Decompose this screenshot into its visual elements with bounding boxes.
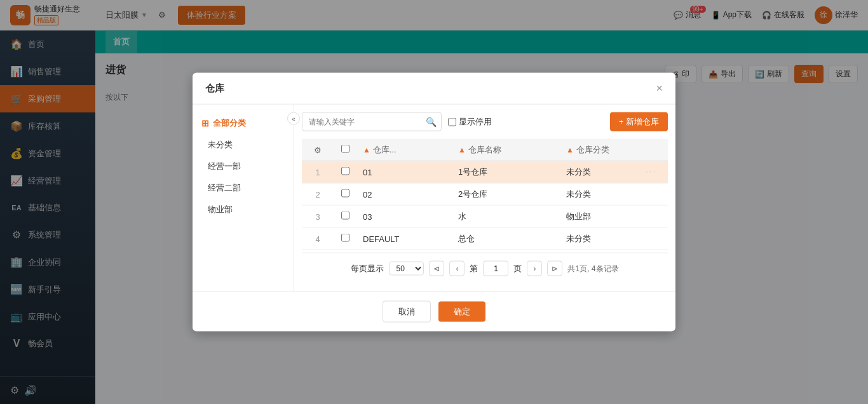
row-category: 物业部 xyxy=(560,205,668,227)
prev-page-button[interactable]: ‹ xyxy=(449,261,465,276)
header-row: ⚙ ▲ 仓库... ▲ xyxy=(302,139,668,161)
search-input[interactable] xyxy=(302,112,442,131)
row-name: 总仓 xyxy=(452,227,560,250)
row-no: 2 xyxy=(302,183,334,205)
modal-close-button[interactable]: × xyxy=(656,82,663,95)
category-item-property[interactable]: 物业部 xyxy=(193,199,294,220)
per-page-select[interactable]: 50 100 200 xyxy=(389,262,424,276)
content-panel: 🔍 显示停用 + 新增仓库 ⚙ xyxy=(294,105,675,292)
table-row[interactable]: 1 01 1号仓库 未分类 ··· xyxy=(302,161,668,183)
modal-body: ⊞ 全部分类 « 未分类 经营一部 经营二部 物业部 🔍 显示停用 xyxy=(193,105,675,292)
prev-page-icon: ‹ xyxy=(456,264,458,273)
search-input-wrap: 🔍 xyxy=(302,112,442,131)
col-header-category: ▲ 仓库分类 xyxy=(560,139,668,161)
modal-footer: 取消 确定 xyxy=(193,292,675,332)
select-all-checkbox[interactable] xyxy=(341,145,349,153)
next-page-icon: › xyxy=(533,264,536,273)
col-header-name: ▲ 仓库名称 xyxy=(452,139,560,161)
show-disabled-checkbox[interactable]: 显示停用 xyxy=(448,116,492,128)
warehouse-table: ⚙ ▲ 仓库... ▲ xyxy=(302,139,668,250)
last-page-button[interactable]: ⊳ xyxy=(547,261,562,276)
search-bar: 🔍 显示停用 + 新增仓库 xyxy=(302,112,668,131)
row-category: 未分类 xyxy=(560,183,668,205)
modal-title: 仓库 xyxy=(205,83,224,95)
row-category: 未分类 ··· xyxy=(560,161,668,183)
row-check[interactable] xyxy=(334,227,356,250)
row-check[interactable] xyxy=(334,205,356,227)
col-header-code: ▲ 仓库... xyxy=(356,139,452,161)
row-code: 03 xyxy=(356,205,452,227)
row-name: 水 xyxy=(452,205,560,227)
col-header-check xyxy=(334,139,356,161)
row-actions[interactable]: ··· xyxy=(646,166,656,176)
cancel-button[interactable]: 取消 xyxy=(383,301,431,323)
category-item-dept1[interactable]: 经营一部 xyxy=(193,156,294,177)
col-header-settings: ⚙ xyxy=(302,139,334,161)
page-label: 第 xyxy=(470,263,478,274)
sort-cat-icon: ▲ xyxy=(566,145,574,154)
row-code: DEFAULT xyxy=(356,227,452,250)
grid-icon: ⊞ xyxy=(201,118,209,128)
category-item-unclassified[interactable]: 未分类 xyxy=(193,134,294,156)
modal-header: 仓库 × xyxy=(193,73,675,105)
row-no: 3 xyxy=(302,205,334,227)
add-warehouse-button[interactable]: + 新增仓库 xyxy=(610,112,668,131)
last-page-icon: ⊳ xyxy=(552,264,558,273)
row-code: 01 xyxy=(356,161,452,183)
first-page-icon: ⊲ xyxy=(433,264,440,273)
show-disabled-input[interactable] xyxy=(448,118,456,126)
collapse-panel-button[interactable]: « xyxy=(287,112,300,125)
warehouse-modal: 仓库 × ⊞ 全部分类 « 未分类 经营一部 经营二部 物业部 🔍 xyxy=(193,73,675,332)
table-row[interactable]: 2 02 2号仓库 未分类 xyxy=(302,183,668,205)
settings-col-icon[interactable]: ⚙ xyxy=(314,145,322,154)
row-check[interactable] xyxy=(334,183,356,205)
collapse-icon: « xyxy=(292,115,295,122)
category-panel: ⊞ 全部分类 « 未分类 经营一部 经营二部 物业部 xyxy=(193,105,294,292)
all-categories-button[interactable]: ⊞ 全部分类 xyxy=(193,112,294,134)
sort-code-icon: ▲ xyxy=(363,145,370,154)
show-disabled-label: 显示停用 xyxy=(459,116,492,128)
search-icon[interactable]: 🔍 xyxy=(426,117,437,127)
row-name: 1号仓库 xyxy=(452,161,560,183)
page-unit: 页 xyxy=(513,263,522,274)
per-page-label: 每页显示 xyxy=(351,263,384,274)
pagination: 每页显示 50 100 200 ⊲ ‹ 第 页 › xyxy=(302,253,668,284)
total-info: 共1页, 4条记录 xyxy=(567,263,618,274)
next-page-button[interactable]: › xyxy=(527,261,542,276)
all-categories-label: 全部分类 xyxy=(213,118,246,129)
category-item-dept2[interactable]: 经营二部 xyxy=(193,177,294,199)
row-check[interactable] xyxy=(334,161,356,183)
first-page-button[interactable]: ⊲ xyxy=(429,261,444,276)
table-body: 1 01 1号仓库 未分类 ··· 2 02 2号仓库 xyxy=(302,161,668,250)
confirm-button[interactable]: 确定 xyxy=(438,302,485,322)
row-name: 2号仓库 xyxy=(452,183,560,205)
sort-name-icon: ▲ xyxy=(458,145,466,154)
row-category: 未分类 xyxy=(560,227,668,250)
row-no: 4 xyxy=(302,227,334,250)
table-header: ⚙ ▲ 仓库... ▲ xyxy=(302,139,668,161)
row-code: 02 xyxy=(356,183,452,205)
page-number-input[interactable] xyxy=(483,261,508,276)
row-no: 1 xyxy=(302,161,334,183)
table-row[interactable]: 4 DEFAULT 总仓 未分类 xyxy=(302,227,668,250)
table-row[interactable]: 3 03 水 物业部 xyxy=(302,205,668,227)
